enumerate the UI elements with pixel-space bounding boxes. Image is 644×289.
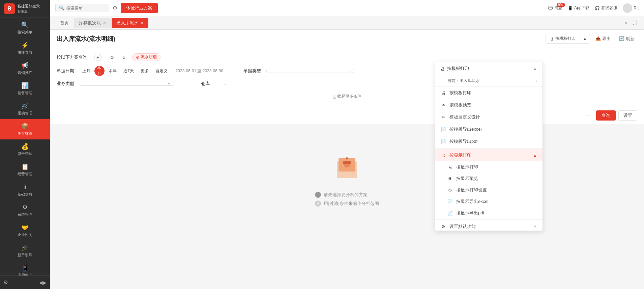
sidebar-item-collab[interactable]: 🤝 企业协同 <box>0 220 50 241</box>
basic-info-icon: ℹ <box>24 183 26 191</box>
display-preview-sub-item[interactable]: 👁 按显示预览 <box>435 173 543 184</box>
template-design-item[interactable]: ✏ 模板自定义设计 <box>435 111 543 123</box>
display-print-settings-sub-item[interactable]: ⚙ 按显示打印设置 <box>435 184 543 196</box>
date-tab-lastmonth[interactable]: 上月 <box>80 68 93 75</box>
sidebar-item-purchase[interactable]: 🛒 采购管理 <box>0 99 50 119</box>
trial-button[interactable]: 体验行业方案 <box>121 3 158 13</box>
set-default-label: 设置默认功能 <box>449 224 476 230</box>
filter-settings-button[interactable]: ⚙ <box>108 54 116 61</box>
business-type-select[interactable]: ▼ <box>80 82 174 86</box>
print-dropdown-arrow[interactable]: ▲ <box>580 34 590 43</box>
sidebar-item-marketing[interactable]: 📢 营销推广 <box>0 58 50 79</box>
window-maximize-button[interactable]: ⛶ <box>631 19 639 27</box>
sidebar-item-operations[interactable]: 📋 经营管理 <box>0 160 50 180</box>
filter-row-top: 按以下方案查询 + ⚙ « ⊙ 流水明细 <box>57 53 637 61</box>
empty-illustration <box>330 151 364 185</box>
app-name: 畅捷通好生意 <box>18 4 40 9</box>
panel-collapse-button[interactable]: ▲ <box>533 66 537 71</box>
app-download-label: App下载 <box>574 5 589 11</box>
display-print-sub-item[interactable]: 🖨 按显示打印 <box>435 161 543 173</box>
template-export-pdf-item[interactable]: 📄 按模板导出pdf <box>435 135 543 148</box>
sidebar-item-label: 销售管理 <box>18 90 32 96</box>
quicknav-icon: ⚡ <box>21 42 29 49</box>
display-export-pdf-sub-item[interactable]: 📄 按显示导出pdf <box>435 207 543 219</box>
refresh-button[interactable]: 🔄 刷新 <box>616 34 637 43</box>
business-type-label: 业务类型 <box>57 81 77 87</box>
page-content-area: 出入库流水(流水明细) 🖨 按模板打印 ▲ 📤 导出 <box>50 30 644 289</box>
sidebar-item-guide[interactable]: 🎓 新手引导 <box>0 241 50 261</box>
panel-separator-2 <box>435 219 543 220</box>
avatar <box>623 3 632 13</box>
export-label: 导出 <box>602 36 611 42</box>
date-tab-thisyear[interactable]: 本年 <box>106 68 119 75</box>
panel-header: 🖨 按模板打印 ▲ <box>435 62 543 75</box>
sidebar-item-finance[interactable]: 💰 资金管理 <box>0 139 50 160</box>
topbar: 🔍 ⚙ 体验行业方案 💬 消息 99+ 📱 App下载 🎧 在线客服 Rit <box>50 0 644 16</box>
user-profile[interactable]: Rit <box>623 3 639 13</box>
empty-step-1: 1 请先选择要分析的方案 <box>315 192 379 198</box>
logo-icon: B <box>4 3 15 14</box>
settings-icon[interactable]: ⚙ <box>3 279 8 286</box>
tab-inventory-batch[interactable]: 库存批次账 ✕ <box>74 18 111 28</box>
template-print-item[interactable]: 🖨 按模板打印 <box>435 87 543 99</box>
app-download-button[interactable]: 📱 App下载 <box>568 5 589 11</box>
display-print-group-item[interactable]: 🖨 按显示打印 ▲ <box>435 149 543 161</box>
filter-chip-water[interactable]: ⊙ 流水明细 <box>132 53 160 61</box>
warehouse-more-icon[interactable]: ··· <box>224 81 228 86</box>
template-preview-label: 按模板预览 <box>449 102 471 108</box>
date-tab-7days[interactable]: 近7天 <box>121 68 137 75</box>
current-template-label: 当前：出入库流水 <box>447 78 480 84</box>
sidebar-item-quicknav[interactable]: ⚡ 快捷导航 <box>0 38 50 58</box>
tab-stock-flow[interactable]: 出入库流水 ✕ <box>112 18 148 28</box>
sidebar-item-search[interactable]: 🔍 搜索菜单 <box>0 18 50 38</box>
doc-type-select[interactable]: ··· <box>266 69 354 73</box>
filter-add-button[interactable]: + <box>94 54 101 61</box>
search-input[interactable] <box>66 6 93 10</box>
sidebar-item-label: 营销推广 <box>18 70 32 75</box>
table-actions: ··· 查询 设置 <box>50 107 644 124</box>
date-tabs: 上月 本月 本年 近7天 更多 自定义 <box>80 66 170 76</box>
window-close-button[interactable]: ✕ <box>622 19 630 27</box>
sidebar-item-inventory[interactable]: 📦 库存核算 <box>0 119 50 139</box>
template-export-excel-item[interactable]: 📄 按模板导出excel <box>435 123 543 135</box>
query-button[interactable]: 查询 <box>596 110 616 121</box>
doc-type-label: 单据类型 <box>243 68 264 74</box>
more-icon[interactable]: ··· <box>348 69 351 73</box>
tab-close-stock-flow[interactable]: ✕ <box>140 21 144 25</box>
search-box[interactable]: 🔍 <box>55 4 109 12</box>
template-preview-item[interactable]: 👁 按模板预览 <box>435 99 543 111</box>
svg-point-5 <box>346 157 348 159</box>
tab-home[interactable]: 首页 <box>55 18 74 28</box>
sidebar-item-sales[interactable]: 📊 销售管理 <box>0 79 50 99</box>
tab-close-inventory-batch[interactable]: ✕ <box>103 21 106 25</box>
sidebar-item-system[interactable]: ⚙ 系统管理 <box>0 200 50 220</box>
settings-button[interactable]: 设置 <box>618 110 637 121</box>
collapse-more-btn[interactable]: △ 收起更多条件 <box>57 91 637 101</box>
sidebar-item-basic-info[interactable]: ℹ 基础信息 <box>0 180 50 200</box>
panel-separator-1 <box>435 148 543 149</box>
preview-icon: 👁 <box>441 102 446 108</box>
filter-chip-label: 流水明细 <box>141 54 157 60</box>
tabs-bar: 首页 库存批次账 ✕ 出入库流水 ✕ ✕ ⛶ <box>50 16 644 30</box>
default-settings-icon: ⚙ <box>441 224 446 229</box>
sidebar-item-label: 系统管理 <box>18 212 32 217</box>
collapse-icon[interactable]: ◀▶ <box>39 280 47 285</box>
operations-icon: 📋 <box>21 163 29 170</box>
display-export-excel-sub-item[interactable]: 📄 按显示导出excel <box>435 196 543 207</box>
date-tab-thismonth[interactable]: 本月 <box>94 66 105 76</box>
customer-service-button[interactable]: 🎧 在线客服 <box>595 5 617 11</box>
date-tab-custom[interactable]: 自定义 <box>153 68 170 75</box>
date-filter-group: 单据日期 上月 本月 本年 近7天 更多 自定义 2023-06-01 至 20… <box>57 66 223 76</box>
more-actions-icon[interactable]: ··· <box>586 112 591 119</box>
inventory-icon: 📦 <box>21 123 29 130</box>
sidebar-item-appcenter[interactable]: 📱 应用中心 <box>0 261 50 275</box>
export-button[interactable]: 📤 导出 <box>593 34 614 43</box>
date-tab-more[interactable]: 更多 <box>138 68 151 75</box>
phone-icon: 📱 <box>568 6 573 10</box>
messages-button[interactable]: 💬 消息 99+ <box>548 5 562 11</box>
topbar-gear-icon[interactable]: ⚙ <box>113 5 117 11</box>
display-print-icon: 🖨 <box>441 153 446 158</box>
filter-collapse-button[interactable]: « <box>122 54 125 60</box>
set-default-function-item[interactable]: ⚙ 设置默认功能 ▼ <box>435 220 543 231</box>
print-button[interactable]: 🖨 按模板打印 <box>546 34 580 43</box>
